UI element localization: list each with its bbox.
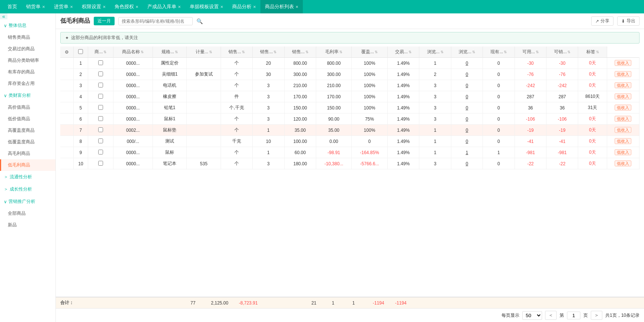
sidebar-item-low-margin[interactable]: 低毛利商品 [0, 159, 55, 171]
sidebar-item-category-rate[interactable]: 商品分类助销率 [0, 55, 55, 66]
nav-product-analysis-list[interactable]: 商品分析列表✕ [260, 0, 303, 13]
row-checkbox[interactable] [88, 91, 113, 102]
row-spec [187, 58, 221, 69]
row-checkbox[interactable] [88, 147, 113, 158]
col-trade-count[interactable]: 交易...⇅ [387, 47, 419, 58]
col-spec[interactable]: 规格...⇅ [153, 47, 187, 58]
row-checkbox[interactable] [88, 58, 113, 69]
close-icon[interactable]: ✕ [220, 5, 223, 9]
row-checkbox[interactable] [88, 136, 113, 147]
select-all-checkbox[interactable] [78, 49, 83, 54]
row-view1[interactable]: 0 [451, 158, 483, 169]
col-sales-amount[interactable]: 销售...⇅ [284, 47, 316, 58]
row-sales-qty: 1 [253, 125, 284, 136]
close-icon[interactable]: ✕ [295, 5, 298, 9]
nav-product-entry[interactable]: 产成品入库单✕ [143, 0, 185, 13]
row-select-checkbox[interactable] [98, 60, 103, 65]
sidebar-group-liquidity[interactable]: ＞ 流通性分析 [0, 171, 55, 183]
row-select-checkbox[interactable] [98, 94, 103, 99]
page-number-input[interactable] [567, 312, 580, 319]
row-checkbox[interactable] [88, 102, 113, 114]
row-select-checkbox[interactable] [98, 150, 103, 154]
col-view1[interactable]: 浏览...⇅ [419, 47, 451, 58]
col-sales-qty[interactable]: 销售...⇅ [221, 47, 252, 58]
row-view1[interactable]: 0 [451, 125, 483, 136]
row-view1[interactable]: 1 [451, 147, 483, 158]
col-coverage[interactable]: 覆盖...⇅ [352, 47, 387, 58]
col-settings[interactable]: ⚙ [60, 47, 73, 58]
col-gross-margin[interactable]: 毛利率⇅ [316, 47, 352, 58]
sidebar-group-overall[interactable]: ∨ 整体信息 [0, 19, 55, 32]
row-coverage: 1.49% [387, 80, 419, 91]
sidebar-item-in-stock[interactable]: 有库存的商品 [0, 66, 55, 78]
nav-permissions[interactable]: 权限设置✕ [77, 0, 110, 13]
row-view1[interactable]: 0 [451, 114, 483, 125]
col-code[interactable]: 商...⇅ [88, 47, 113, 58]
close-icon[interactable]: ✕ [253, 5, 256, 9]
row-saleable-days: 0天 [578, 125, 607, 136]
export-button[interactable]: ⬇ 导出 [617, 16, 640, 26]
row-checkbox[interactable] [88, 114, 113, 125]
row-select-checkbox[interactable] [98, 71, 103, 76]
col-checkbox[interactable] [73, 47, 88, 58]
row-view1[interactable]: 0 [451, 91, 483, 102]
sidebar-collapse-button[interactable]: « [0, 13, 7, 19]
row-view1[interactable]: 0 [451, 80, 483, 91]
sidebar-item-stock-capital[interactable]: 库存资金占用 [0, 78, 55, 89]
nav-home[interactable]: 首页 [3, 0, 22, 13]
col-available-stock[interactable]: 可用...⇅ [515, 47, 546, 58]
col-view2[interactable]: 浏览...⇅ [451, 47, 483, 58]
close-icon[interactable]: ✕ [70, 5, 73, 9]
row-select-checkbox[interactable] [98, 138, 103, 143]
col-name[interactable]: 商品名称⇅ [113, 47, 153, 58]
row-select-checkbox[interactable] [98, 105, 103, 110]
col-saleable-days[interactable]: 可销...⇅ [547, 47, 578, 58]
page-size-select[interactable]: 50 100 200 [522, 311, 542, 320]
row-view1[interactable]: 0 [451, 102, 483, 114]
nav-product-analysis[interactable]: 商品分析✕ [228, 0, 260, 13]
sidebar-item-traded-products[interactable]: 交易过的商品 [0, 43, 55, 55]
row-select-checkbox[interactable] [98, 127, 103, 132]
row-checkbox[interactable] [88, 125, 113, 136]
sidebar-item-high-margin[interactable]: 高毛利商品 [0, 148, 55, 159]
sidebar-item-low-value[interactable]: 低价值商品 [0, 113, 55, 125]
close-icon[interactable]: ✕ [103, 5, 106, 9]
col-tag[interactable]: 标签⇅ [578, 47, 607, 58]
row-view1[interactable]: 0 [451, 58, 483, 69]
row-select-checkbox[interactable] [98, 116, 103, 121]
row-gross-margin: 100% [352, 102, 387, 114]
nav-template-settings[interactable]: 单据模板设置✕ [185, 0, 228, 13]
close-icon[interactable]: ✕ [135, 5, 138, 9]
row-select-checkbox[interactable] [98, 83, 103, 87]
sidebar-item-sales-products[interactable]: 销售类商品 [0, 32, 55, 43]
sidebar-group-wealth[interactable]: ∨ 类财富分析 [0, 89, 55, 102]
col-current-stock[interactable]: 现有...⇅ [483, 47, 515, 58]
row-view1[interactable]: 0 [451, 69, 483, 80]
sidebar-item-all-products[interactable]: 全部商品 [0, 208, 55, 219]
row-spec [187, 136, 221, 147]
sidebar-item-high-coverage[interactable]: 高覆盖度商品 [0, 125, 55, 136]
next-page-button[interactable]: ＞ [591, 311, 602, 320]
row-checkbox[interactable] [88, 69, 113, 80]
nav-purchase-order[interactable]: 进货单✕ [49, 0, 77, 13]
sidebar-item-high-value[interactable]: 高价值商品 [0, 102, 55, 113]
search-input[interactable] [118, 17, 193, 25]
close-icon[interactable]: ✕ [42, 5, 45, 9]
sidebar-item-low-coverage[interactable]: 低覆盖度商品 [0, 136, 55, 148]
sidebar-group-marketing[interactable]: ∨ 营销推广分析 [0, 195, 55, 208]
nav-sales-order[interactable]: 销货单✕ [22, 0, 49, 13]
row-view1[interactable]: 0 [451, 136, 483, 147]
period-button[interactable]: 近一月 [94, 17, 115, 25]
row-select-checkbox[interactable] [98, 161, 103, 166]
row-checkbox[interactable] [88, 158, 113, 169]
search-button[interactable]: 🔍 [196, 18, 203, 24]
col-unit[interactable]: 计量...⇅ [187, 47, 221, 58]
prev-page-button[interactable]: ＜ [545, 311, 557, 320]
col-sales-price[interactable]: 销售...⇅ [253, 47, 284, 58]
row-checkbox[interactable] [88, 80, 113, 91]
sidebar-item-new-products[interactable]: 新品 [0, 219, 55, 231]
sidebar-group-growth[interactable]: ＞ 成长性分析 [0, 183, 55, 195]
share-button[interactable]: ↗ 分享 [591, 16, 613, 26]
nav-role-auth[interactable]: 角色授权✕ [110, 0, 143, 13]
close-icon[interactable]: ✕ [178, 5, 181, 9]
